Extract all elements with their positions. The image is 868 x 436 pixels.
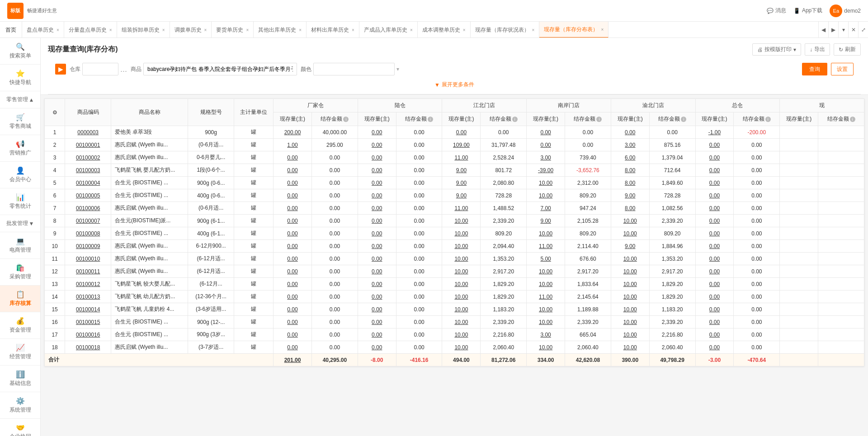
cell-lu-qty[interactable]: 0.00 [358, 215, 396, 227]
sidebar-item-search[interactable]: 🔍 搜索英单 [0, 38, 40, 65]
cell-zong-qty[interactable]: 0.00 [695, 328, 734, 341]
cell-changjia-qty[interactable]: 0.00 [274, 316, 312, 328]
cell-zong-qty[interactable]: 0.00 [695, 265, 734, 278]
info-icon-4[interactable]: i [596, 117, 602, 122]
sidebar-item-nav[interactable]: ⭐ 快捷导航 [0, 65, 40, 91]
tab-xiancunliang1[interactable]: 现存量（库存状况表）× [471, 22, 540, 38]
cell-zong-qty[interactable]: 0.00 [695, 341, 734, 354]
cell-changjia-qty[interactable]: 1.00 [274, 139, 312, 151]
cell-nanan-qty[interactable]: 11.00 [527, 291, 565, 303]
tab-close[interactable]: × [352, 28, 354, 33]
cell-code[interactable]: 00100013 [65, 291, 111, 303]
sidebar-item-basic-info[interactable]: ℹ️ 基础信息 [0, 366, 40, 392]
sidebar-item-retail-stats[interactable]: 📊 零售统计 [0, 188, 40, 215]
cell-code[interactable]: 0000003 [65, 126, 111, 139]
sidebar-item-members[interactable]: 👤 会员中心 [0, 162, 40, 188]
cell-yubei-qty[interactable]: 9.00 [611, 189, 649, 202]
info-icon-6[interactable]: i [765, 117, 771, 122]
cell-lu-qty[interactable]: 0.00 [358, 227, 396, 240]
expand-more-btn[interactable]: ▼ 展开更多条件 [434, 81, 474, 89]
goods-input[interactable] [143, 63, 297, 75]
cell-zong-qty[interactable]: 0.00 [695, 164, 734, 177]
cell-jiangbei-qty[interactable]: 10.00 [442, 253, 481, 265]
cell-zong-qty[interactable]: 0.00 [695, 151, 734, 164]
cell-lu-qty[interactable]: 0.00 [358, 265, 396, 278]
cell-code[interactable]: 00100012 [65, 278, 111, 291]
cell-changjia-qty[interactable]: 0.00 [274, 227, 312, 240]
cell-zong-qty[interactable]: 0.00 [695, 316, 734, 328]
cell-zong-qty[interactable]: 0.00 [695, 189, 734, 202]
info-icon-3[interactable]: i [512, 117, 518, 122]
tab-close[interactable]: × [57, 28, 59, 33]
cell-code[interactable]: 00100005 [65, 189, 111, 202]
tab-pandian[interactable]: 盘点单历史× [22, 22, 64, 38]
tab-close[interactable]: × [532, 28, 535, 33]
cell-code[interactable]: 00100002 [65, 151, 111, 164]
cell-changjia-qty[interactable]: 0.00 [274, 177, 312, 189]
cell-yubei-qty[interactable]: 6.00 [611, 151, 649, 164]
cell-nanan-qty[interactable]: 10.00 [527, 177, 565, 189]
cell-code[interactable]: 00100006 [65, 202, 111, 215]
sidebar-item-retail-mall[interactable]: 🛒 零售商城 [0, 108, 40, 135]
cell-zong-qty[interactable]: 0.00 [695, 253, 734, 265]
cell-changjia-qty[interactable]: 0.00 [274, 151, 312, 164]
tab-diaob[interactable]: 调拨单历史× [170, 22, 212, 38]
cell-code[interactable]: 00100009 [65, 240, 111, 253]
cell-lu-qty[interactable]: 0.00 [358, 303, 396, 316]
cell-lu-qty[interactable]: 0.00 [358, 164, 396, 177]
cell-changjia-qty[interactable]: 0.00 [274, 215, 312, 227]
tab-close[interactable]: × [410, 28, 413, 33]
cell-changjia-qty[interactable]: 0.00 [274, 303, 312, 316]
cell-changjia-qty[interactable]: 0.00 [274, 253, 312, 265]
cell-lu-qty[interactable]: 0.00 [358, 202, 396, 215]
sidebar-item-system[interactable]: ⚙️ 系统管理 [0, 392, 40, 419]
cell-yubei-qty[interactable]: 10.00 [611, 227, 649, 240]
cell-jiangbei-qty[interactable]: 10.00 [442, 215, 481, 227]
cell-nanan-qty[interactable]: 9.00 [527, 215, 565, 227]
cell-yubei-qty[interactable]: 10.00 [611, 328, 649, 341]
cell-changjia-qty[interactable]: 0.00 [274, 278, 312, 291]
cell-changjia-qty[interactable]: 0.00 [274, 164, 312, 177]
tab-close[interactable]: × [463, 28, 466, 33]
user-info[interactable]: Ea demo2 [830, 5, 861, 17]
tab-home[interactable]: 首页 [0, 22, 22, 38]
cell-yubei-qty[interactable]: 10.00 [611, 278, 649, 291]
info-icon-2[interactable]: i [428, 117, 433, 122]
tab-close[interactable]: × [204, 28, 207, 33]
sidebar-item-inventory[interactable]: 📋 库存核算 [0, 286, 40, 312]
cell-changjia-qty[interactable]: 0.00 [274, 291, 312, 303]
tab-qita[interactable]: 其他出库单历史× [254, 22, 307, 38]
cell-jiangbei-qty[interactable]: 10.00 [442, 316, 481, 328]
sidebar-item-collab[interactable]: 🤝 企业协同 [0, 419, 40, 436]
sidebar-item-wholesale[interactable]: 批发管理 ▼ [0, 215, 40, 232]
cell-yubei-qty[interactable]: 10.00 [611, 215, 649, 227]
info-icon-1[interactable]: i [343, 117, 349, 122]
cell-lu-qty[interactable]: 0.00 [358, 139, 396, 151]
tab-zuzhang[interactable]: 组装拆卸单历史× [117, 22, 170, 38]
tab-prev-btn[interactable]: ◀ [818, 22, 828, 38]
cell-nanan-qty[interactable]: 3.00 [527, 328, 565, 341]
cell-code[interactable]: 00100001 [65, 139, 111, 151]
cell-nanan-qty[interactable]: 10.00 [527, 278, 565, 291]
expand-btn[interactable]: ▶ [55, 64, 66, 75]
cell-lu-qty[interactable]: 0.00 [358, 341, 396, 354]
tab-expand-btn[interactable]: ⤢ [858, 22, 868, 38]
cell-zong-qty[interactable]: 0.00 [695, 215, 734, 227]
cell-jiangbei-qty[interactable]: 10.00 [442, 328, 481, 341]
cell-changjia-qty[interactable]: 0.00 [274, 328, 312, 341]
cell-changjia-qty[interactable]: 0.00 [274, 240, 312, 253]
sidebar-item-ecommerce[interactable]: 💻 电商管理 [0, 232, 40, 259]
cell-code[interactable]: 00100010 [65, 253, 111, 265]
cell-nanan-qty[interactable]: 0.00 [527, 126, 565, 139]
cell-changjia-qty[interactable]: 0.00 [274, 341, 312, 354]
cell-zong-qty[interactable]: 0.00 [695, 291, 734, 303]
cell-zong-qty[interactable]: 0.00 [695, 227, 734, 240]
cell-lu-qty[interactable]: 0.00 [358, 240, 396, 253]
cell-lu-qty[interactable]: 0.00 [358, 328, 396, 341]
cell-jiangbei-qty[interactable]: 0.00 [442, 126, 481, 139]
cell-yubei-qty[interactable]: 8.00 [611, 202, 649, 215]
cell-nanan-qty[interactable]: 11.00 [527, 240, 565, 253]
cell-nanan-qty[interactable]: 5.00 [527, 253, 565, 265]
th-gear[interactable]: ⚙ [45, 99, 65, 126]
tab-yaohuo[interactable]: 要货单历史× [212, 22, 254, 38]
